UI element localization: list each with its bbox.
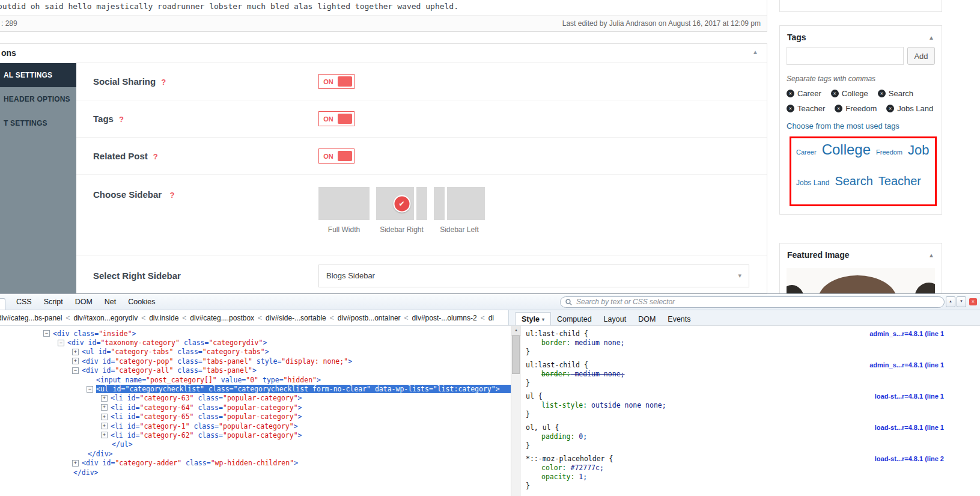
css-selector[interactable]: ul {	[526, 392, 543, 401]
breadcrumb-item[interactable]: div#post-...olumns-2	[411, 313, 478, 323]
help-icon[interactable]: ?	[153, 152, 158, 161]
cloud-tag-job[interactable]: Job	[908, 142, 929, 158]
remove-tag-icon[interactable]: ✕	[787, 105, 794, 112]
css-source-link[interactable]: load-st...r=4.8.1 (line 1	[875, 392, 944, 401]
panel-tab-events[interactable]: Events	[662, 313, 696, 325]
firebug-tab-dom[interactable]: DOM	[69, 295, 99, 310]
tree-node[interactable]: −<div id="taxonomy-category" class="cate…	[0, 338, 511, 347]
remove-tag-icon[interactable]: ✕	[878, 90, 886, 97]
sidebar-tab-t-settings[interactable]: T SETTINGS	[0, 111, 76, 135]
close-devtools-icon[interactable]: ✕	[969, 298, 977, 305]
new-tag-input[interactable]	[787, 47, 904, 65]
cloud-tag-career[interactable]: Career	[796, 148, 817, 156]
css-source-link[interactable]: load-st...r=4.8.1 (line 2	[875, 455, 944, 464]
search-next-icon[interactable]: ▼	[957, 296, 966, 307]
tree-node[interactable]: <input name="post_category[]" value="0" …	[0, 375, 511, 384]
collapse-node-icon[interactable]: −	[43, 330, 50, 337]
panel-tab-style[interactable]: Style▾	[515, 312, 551, 325]
tree-node[interactable]: −<ul id="categorychecklist" class="categ…	[0, 384, 511, 393]
css-selector[interactable]: ul:last-child {	[526, 361, 588, 370]
help-icon[interactable]: ?	[169, 191, 174, 200]
add-tag-button[interactable]: Add	[907, 47, 935, 65]
tree-node[interactable]: −<div id="category-all" class="tabs-pane…	[0, 366, 511, 375]
breadcrumb-item[interactable]: div#side-...sortable	[264, 313, 327, 323]
firebug-tab-cookies[interactable]: Cookies	[122, 295, 161, 310]
search-input[interactable]	[575, 297, 939, 307]
html-tab-partial[interactable]	[0, 298, 5, 310]
tree-node[interactable]: +<li id="category-1" class="popular-cate…	[0, 421, 511, 430]
expand-node-icon[interactable]: +	[72, 358, 79, 364]
sidebar-choice-full-width[interactable]: Full Width	[318, 187, 370, 234]
css-declaration[interactable]: border: medium none;	[526, 338, 980, 348]
breadcrumb-item[interactable]: div#taxon...egorydiv	[72, 313, 139, 323]
remove-tag-icon[interactable]: ✕	[831, 90, 839, 97]
collapse-panel-icon[interactable]: ▲	[752, 49, 758, 55]
tree-node[interactable]: +<li id="category-62" class="popular-cat…	[0, 430, 511, 439]
css-declaration[interactable]: padding: 0;	[526, 432, 980, 441]
remove-tag-icon[interactable]: ✕	[886, 105, 894, 112]
tree-node[interactable]: </div>	[0, 468, 511, 477]
cloud-tag-teacher[interactable]: Teacher	[878, 174, 921, 188]
collapse-tags-icon[interactable]: ▲	[928, 34, 934, 41]
search-prev-icon[interactable]: ▲	[946, 296, 955, 307]
sidebar-choice-thumbnail[interactable]	[434, 187, 485, 220]
firebug-tab-net[interactable]: Net	[99, 295, 122, 310]
most-used-tags-link[interactable]: Choose from the most used tags	[787, 121, 935, 130]
sidebar-choice-thumbnail[interactable]: ✔	[376, 187, 427, 220]
cloud-tag-college[interactable]: College	[822, 141, 871, 159]
css-declaration[interactable]: opacity: 1;	[526, 473, 980, 482]
css-source-link[interactable]: load-st...r=4.8.1 (line 1	[875, 423, 944, 432]
expand-node-icon[interactable]: +	[101, 432, 108, 438]
expand-node-icon[interactable]: +	[101, 414, 108, 420]
tree-node[interactable]: +<li id="category-63" class="popular-cat…	[0, 394, 511, 403]
tree-node[interactable]: +<ul id="category-tabs" class="category-…	[0, 348, 511, 357]
sidebar-choice-thumbnail[interactable]	[318, 187, 370, 220]
panel-tab-computed[interactable]: Computed	[551, 313, 598, 325]
firebug-tab-script[interactable]: Script	[38, 295, 69, 310]
remove-tag-icon[interactable]: ✕	[835, 105, 842, 112]
expand-node-icon[interactable]: +	[72, 460, 79, 467]
css-selector[interactable]: ul:last-child {	[526, 329, 588, 338]
css-declaration[interactable]: list-style: outside none none;	[526, 401, 980, 410]
panel-tab-layout[interactable]: Layout	[598, 313, 633, 325]
css-declaration[interactable]: border: medium none;	[526, 370, 980, 379]
firebug-tab-css[interactable]: CSS	[10, 295, 38, 310]
tree-node[interactable]: </ul>	[0, 440, 511, 449]
help-icon[interactable]: ?	[161, 78, 166, 87]
sidebar-tab-header-options[interactable]: HEADER OPTIONS	[0, 87, 76, 111]
tree-node[interactable]: +<li id="category-65" class="popular-cat…	[0, 412, 511, 421]
sidebar-tab-al-settings[interactable]: AL SETTINGS	[0, 63, 76, 87]
breadcrumb-item[interactable]: div#categ....postbox	[189, 313, 255, 323]
collapse-featured-icon[interactable]: ▲	[928, 252, 934, 259]
right-sidebar-dropdown[interactable]: Blogs Sidebar ▾	[318, 265, 749, 287]
expand-node-icon[interactable]: +	[72, 349, 79, 355]
scrollbar-thumb[interactable]	[512, 335, 520, 374]
remove-tag-icon[interactable]: ✕	[787, 90, 794, 97]
css-source-link[interactable]: admin_s...r=4.8.1 (line 1	[869, 329, 944, 338]
tree-node[interactable]: </div>	[0, 449, 511, 458]
cloud-tag-jobs-land[interactable]: Jobs Land	[796, 179, 829, 187]
breadcrumb-item[interactable]: div#categ...bs-panel	[0, 313, 63, 323]
expand-node-icon[interactable]: +	[101, 395, 108, 402]
tree-node[interactable]: +<div id="category-adder" class="wp-hidd…	[0, 458, 511, 467]
cloud-tag-freedom[interactable]: Freedom	[876, 148, 902, 156]
breadcrumb-item[interactable]: div.inside	[148, 313, 180, 323]
css-selector[interactable]: ol, ul {	[526, 423, 559, 432]
cloud-tag-search[interactable]: Search	[835, 174, 872, 188]
expand-node-icon[interactable]: +	[101, 423, 108, 429]
collapse-node-icon[interactable]: −	[87, 386, 93, 393]
tree-node[interactable]: −<div class="inside">	[0, 329, 511, 338]
panel-tab-dom[interactable]: DOM	[632, 313, 662, 325]
sidebar-choice-sidebar-left[interactable]: Sidebar Left	[434, 187, 485, 234]
toggle-tags[interactable]: ON	[318, 111, 355, 126]
css-source-link[interactable]: admin_s...r=4.8.1 (line 1	[869, 361, 944, 370]
css-selector[interactable]: *::-moz-placeholder {	[526, 455, 613, 464]
toggle-related-post[interactable]: ON	[318, 148, 355, 164]
help-icon[interactable]: ?	[119, 115, 124, 124]
tree-node[interactable]: +<li id="category-64" class="popular-cat…	[0, 403, 511, 412]
breadcrumb-item[interactable]: di	[487, 313, 495, 323]
collapse-node-icon[interactable]: −	[72, 367, 79, 374]
css-declaration[interactable]: color: #72777c;	[526, 464, 980, 473]
breadcrumb-item[interactable]: div#postb...ontainer	[336, 313, 402, 323]
collapse-node-icon[interactable]: −	[58, 340, 64, 346]
